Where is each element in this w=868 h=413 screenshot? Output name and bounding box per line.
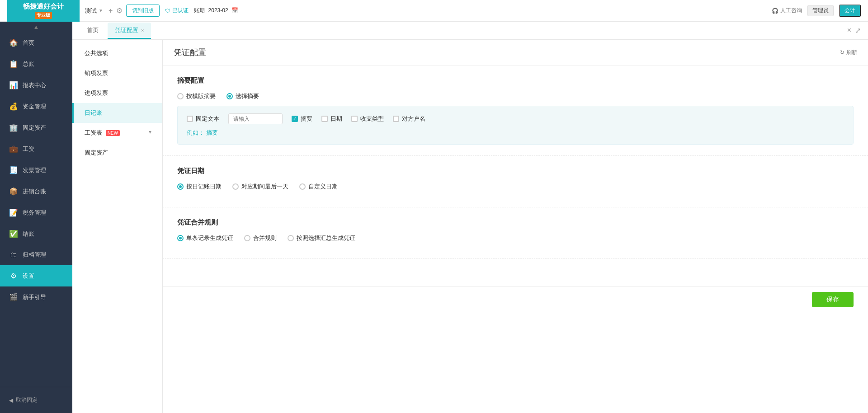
consult-button[interactable]: 🎧 人工咨询 — [772, 7, 802, 14]
summary-radio-select[interactable]: 选择摘要 — [226, 92, 259, 100]
sidebar-item-label: 新手引导 — [23, 293, 46, 301]
settings-icon: ⚙ — [9, 272, 18, 280]
sidebar-item-fund[interactable]: 💰 资金管理 — [0, 96, 72, 117]
sidebar-item-ledger[interactable]: 📋 总账 — [0, 53, 72, 75]
checkbox-counterpart-label: 对方户名 — [402, 115, 425, 123]
example-value: 摘要 — [206, 129, 218, 136]
sidebar-scroll-up[interactable]: ▲ — [0, 22, 72, 32]
fund-icon: 💰 — [9, 102, 18, 111]
cancel-pin-label: 取消固定 — [16, 396, 38, 404]
config-menu-item-sales[interactable]: 销项发票 — [72, 63, 162, 83]
invoice-icon: 🧾 — [9, 166, 18, 174]
period-info: 账期 2023-02 📅 — [194, 7, 238, 14]
tab-voucher-config[interactable]: 凭证配置 × — [108, 23, 151, 39]
checkbox-summary[interactable]: 摘要 — [292, 115, 312, 123]
sidebar-item-label: 首页 — [23, 39, 34, 47]
merge-radio-single-label: 单条记录生成凭证 — [186, 234, 233, 242]
accountant-button[interactable]: 会计 — [839, 5, 861, 17]
switch-old-version-button[interactable]: 切到旧版 — [126, 5, 160, 17]
tab-voucher-config-label: 凭证配置 — [115, 26, 138, 34]
expand-window-button[interactable]: ⤢ — [855, 26, 861, 35]
sidebar-item-home[interactable]: 🏠 首页 — [0, 32, 72, 53]
manager-button[interactable]: 管理员 — [807, 5, 834, 16]
fixed-text-input[interactable] — [228, 113, 283, 124]
config-menu-item-journal[interactable]: 日记账 — [72, 103, 162, 123]
date-radio-custom-label: 自定义日期 — [308, 183, 338, 191]
sidebar-item-report[interactable]: 📊 报表中心 — [0, 75, 72, 96]
checkbox-income-type[interactable]: 收支类型 — [351, 115, 384, 123]
config-menu-item-payroll_table[interactable]: 工资表 NEW ▾ — [72, 123, 162, 143]
summary-radio-select-label: 选择摘要 — [236, 92, 259, 100]
company-selector[interactable]: 测试 ▼ — [85, 7, 103, 15]
sidebar-item-label: 设置 — [23, 272, 34, 280]
add-icon[interactable]: + — [108, 7, 113, 15]
refresh-label: 刷新 — [846, 49, 857, 56]
date-radio-custom[interactable]: 自定义日期 — [299, 183, 338, 191]
merge-radio-select-merge-circle — [288, 235, 294, 241]
content-area: 公共选项销项发票进项发票日记账工资表 NEW ▾固定资产 凭证配置 ↻ 刷新 摘… — [72, 40, 868, 413]
checkbox-income-type-label: 收支类型 — [360, 115, 384, 123]
logo: 畅捷通好会计 专业版 — [7, 0, 80, 22]
sidebar-item-archive[interactable]: 🗂 归档管理 — [0, 244, 72, 265]
calendar-icon[interactable]: 📅 — [231, 7, 238, 14]
certified-badge: 🛡 已认证 — [165, 7, 189, 14]
sidebar-item-invoice[interactable]: 🧾 发票管理 — [0, 160, 72, 181]
checkbox-summary-box — [292, 116, 298, 122]
checkbox-counterpart-box — [393, 116, 399, 122]
tab-home-label: 首页 — [87, 26, 99, 34]
date-title: 凭证日期 — [177, 167, 854, 175]
config-menu-item-public[interactable]: 公共选项 — [72, 43, 162, 63]
checkbox-fixed-text-box — [187, 116, 193, 122]
sidebar-item-asset[interactable]: 🏢 固定资产 — [0, 117, 72, 138]
sidebar-item-label: 报表中心 — [23, 81, 46, 89]
sidebar: ▲ 🏠 首页 📋 总账 📊 报表中心 💰 资金管理 🏢 固定资产 💼 工资 🧾 … — [0, 22, 72, 413]
payroll-icon: 💼 — [9, 145, 18, 153]
tabbar: 首页 凭证配置 × × ⤢ — [72, 22, 868, 40]
summary-radio-template[interactable]: 按模版摘要 — [177, 92, 216, 100]
checkbox-counterpart[interactable]: 对方户名 — [393, 115, 425, 123]
config-menu: 公共选项销项发票进项发票日记账工资表 NEW ▾固定资产 — [72, 40, 163, 413]
merge-radio-single[interactable]: 单条记录生成凭证 — [177, 234, 233, 242]
checkbox-summary-label: 摘要 — [301, 115, 312, 123]
merge-radio-rules[interactable]: 合并规则 — [244, 234, 277, 242]
checkbox-fixed-text-label: 固定文本 — [196, 115, 219, 123]
tabbar-controls: × ⤢ — [847, 26, 861, 35]
date-radio-journal-label: 按日记账日期 — [186, 183, 222, 191]
topbar-actions: + ⚙ 切到旧版 — [108, 5, 160, 17]
topbar-right: 🎧 人工咨询 管理员 会计 — [772, 5, 861, 17]
sidebar-item-guide[interactable]: 🎬 新手引导 — [0, 286, 72, 308]
sidebar-item-trade[interactable]: 📦 进销台账 — [0, 181, 72, 202]
merge-radio-select-merge[interactable]: 按照选择汇总生成凭证 — [288, 234, 355, 242]
panel-header: 凭证配置 ↻ 刷新 — [163, 40, 868, 66]
sidebar-item-tax[interactable]: 📝 税务管理 — [0, 202, 72, 223]
ledger-icon: 📋 — [9, 60, 18, 68]
sidebar-item-label: 税务管理 — [23, 209, 46, 217]
pin-icon: ◀ — [9, 397, 13, 404]
cancel-pin-button[interactable]: ◀ 取消固定 — [0, 392, 72, 408]
trade-icon: 📦 — [9, 187, 18, 196]
summary-section: 摘要配置 按模版摘要 选择摘要 — [163, 66, 868, 156]
checkbox-fixed-text[interactable]: 固定文本 — [187, 115, 219, 123]
checkbox-date[interactable]: 日期 — [321, 115, 342, 123]
date-radio-journal[interactable]: 按日记账日期 — [177, 183, 222, 191]
sidebar-item-payroll[interactable]: 💼 工资 — [0, 138, 72, 160]
date-radio-period-last[interactable]: 对应期间最后一天 — [232, 183, 288, 191]
sidebar-item-settle[interactable]: ✅ 结账 — [0, 223, 72, 244]
close-window-button[interactable]: × — [847, 26, 851, 35]
refresh-button[interactable]: ↻ 刷新 — [840, 49, 857, 56]
merge-title: 凭证合并规则 — [177, 218, 854, 227]
save-button[interactable]: 保存 — [812, 292, 854, 307]
config-menu-item-fixed_asset[interactable]: 固定资产 — [72, 143, 162, 163]
merge-radio-select-merge-label: 按照选择汇总生成凭证 — [297, 234, 355, 242]
merge-radio-rules-circle — [244, 235, 250, 241]
summary-options-row: 固定文本 摘要 日期 — [187, 113, 844, 124]
sidebar-item-settings[interactable]: ⚙ 设置 — [0, 265, 72, 286]
settings-icon[interactable]: ⚙ — [116, 6, 123, 15]
config-menu-item-purchase[interactable]: 进项发票 — [72, 83, 162, 103]
tab-home[interactable]: 首页 — [80, 23, 106, 39]
refresh-icon: ↻ — [840, 49, 844, 56]
summary-options-box: 固定文本 摘要 日期 — [177, 106, 854, 145]
tab-close-icon[interactable]: × — [141, 28, 144, 33]
sidebar-item-label: 结账 — [23, 230, 34, 238]
merge-radio-rules-label: 合并规则 — [253, 234, 277, 242]
